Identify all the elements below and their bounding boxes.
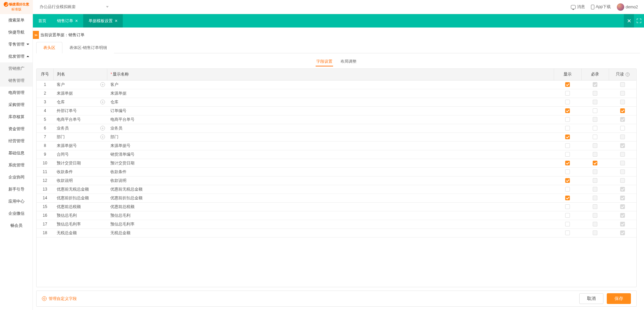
show-checkbox[interactable] bbox=[565, 126, 570, 131]
cell-display-name[interactable]: 预估总毛利 bbox=[107, 211, 554, 220]
show-checkbox[interactable] bbox=[565, 230, 570, 235]
sidebar-item[interactable]: 基础信息 bbox=[0, 147, 33, 159]
readonly-checkbox[interactable] bbox=[620, 108, 625, 113]
cell-display-name[interactable]: 来源单据 bbox=[107, 89, 554, 98]
cell-display-name[interactable]: 来源单据号 bbox=[107, 141, 554, 150]
cell-column-name: 收款条件 bbox=[53, 167, 107, 176]
close-tab-icon[interactable]: × bbox=[115, 18, 117, 23]
show-checkbox[interactable] bbox=[565, 100, 570, 104]
section-tab[interactable]: 表体区-销售订单明细 bbox=[62, 42, 114, 53]
cell-column-name: 无税总金额 bbox=[53, 228, 107, 237]
fullscreen-button[interactable] bbox=[634, 14, 644, 28]
show-checkbox[interactable] bbox=[565, 213, 570, 218]
cell-display-name[interactable]: 客户 bbox=[107, 80, 554, 89]
app-download-link[interactable]: App下载 bbox=[591, 4, 611, 10]
main-tab[interactable]: 单据模板设置× bbox=[83, 14, 123, 28]
sidebar-item[interactable]: 企业协同 bbox=[0, 171, 33, 183]
show-checkbox[interactable] bbox=[565, 187, 570, 192]
cell-display-name[interactable]: 部门 bbox=[107, 133, 554, 141]
sidebar-item[interactable]: 经营管理 bbox=[0, 135, 33, 147]
show-checkbox[interactable] bbox=[565, 222, 570, 226]
cell-display-name[interactable]: 订单编号 bbox=[107, 106, 554, 115]
sidebar-item[interactable]: 搜索菜单 bbox=[0, 14, 33, 26]
section-tab[interactable]: 表头区 bbox=[36, 42, 62, 53]
user-menu[interactable]: demo2 bbox=[617, 3, 638, 11]
required-checkbox[interactable] bbox=[593, 126, 597, 131]
show-checkbox[interactable] bbox=[565, 204, 570, 209]
collapse-notice-button[interactable]: ≫ bbox=[33, 31, 39, 39]
sub-tab[interactable]: 字段设置 bbox=[316, 57, 333, 66]
show-checkbox[interactable] bbox=[565, 152, 570, 157]
close-tab-icon[interactable]: × bbox=[75, 18, 78, 23]
sidebar-item[interactable]: 库存核算 bbox=[0, 111, 33, 123]
sidebar-item[interactable]: 应用中心 bbox=[0, 195, 33, 207]
sub-tab[interactable]: 布局调整 bbox=[340, 57, 357, 66]
cell-display-name[interactable]: 销货清单编号 bbox=[107, 150, 554, 159]
cell-display-name[interactable]: 收款条件 bbox=[107, 167, 554, 176]
show-checkbox[interactable] bbox=[565, 82, 570, 87]
readonly-checkbox[interactable] bbox=[620, 126, 625, 131]
show-checkbox[interactable] bbox=[565, 178, 570, 183]
cell-display-name[interactable]: 无税总金额 bbox=[107, 228, 554, 237]
sidebar-item[interactable]: 企业微信 bbox=[0, 207, 33, 219]
sidebar-item[interactable]: 营销推广 bbox=[0, 62, 33, 74]
main-tab[interactable]: 销售订单× bbox=[52, 14, 83, 28]
messages-link[interactable]: 消息 bbox=[571, 4, 585, 10]
show-checkbox[interactable] bbox=[565, 135, 570, 139]
cell-display-name[interactable]: 收款说明 bbox=[107, 176, 554, 185]
main-tab[interactable]: 首页 bbox=[33, 14, 52, 28]
add-field-button[interactable]: + bbox=[100, 82, 105, 87]
sidebar-item[interactable]: 资金管理 bbox=[0, 123, 33, 135]
brand-edition: 标准版 bbox=[11, 7, 21, 12]
sidebar-item[interactable]: 畅会员 bbox=[0, 219, 33, 231]
cell-display-name[interactable]: 业务员 bbox=[107, 124, 554, 133]
cell-readonly bbox=[609, 89, 636, 98]
add-field-button[interactable]: + bbox=[100, 135, 105, 139]
required-checkbox[interactable] bbox=[593, 108, 597, 113]
cell-show bbox=[554, 141, 581, 150]
show-checkbox[interactable] bbox=[565, 108, 570, 113]
sidebar-item[interactable]: 系统管理 bbox=[0, 159, 33, 171]
fields-table-scroll[interactable]: 序号 列名 *显示名称 显示 必录 只读 ? 1客户+客户2来源单据来源单据3仓… bbox=[37, 69, 636, 287]
show-checkbox[interactable] bbox=[565, 196, 570, 200]
cell-required bbox=[581, 106, 609, 115]
account-selector[interactable]: 办公品行业模拟账套 bbox=[40, 4, 109, 10]
required-checkbox[interactable] bbox=[593, 161, 597, 165]
cell-required bbox=[581, 150, 609, 159]
sidebar-item[interactable]: 采购管理 bbox=[0, 99, 33, 111]
column-name-label: 预计交货日期 bbox=[57, 161, 81, 165]
show-checkbox[interactable] bbox=[565, 117, 570, 122]
show-checkbox[interactable] bbox=[565, 161, 570, 165]
cell-display-name[interactable]: 预计交货日期 bbox=[107, 159, 554, 167]
show-checkbox[interactable] bbox=[565, 169, 570, 174]
info-icon[interactable]: ? bbox=[626, 72, 630, 76]
cell-display-name[interactable]: 优惠前总税额 bbox=[107, 202, 554, 211]
show-checkbox[interactable] bbox=[565, 143, 570, 148]
sidebar-item[interactable]: 销售管理 bbox=[0, 74, 33, 87]
required-checkbox bbox=[593, 213, 597, 218]
sidebar-item[interactable]: 批发管理 bbox=[0, 50, 33, 62]
required-checkbox bbox=[593, 196, 597, 200]
cancel-button[interactable]: 取消 bbox=[579, 293, 603, 304]
save-button[interactable]: 保存 bbox=[607, 293, 631, 304]
sidebar-item[interactable]: 电商管理 bbox=[0, 87, 33, 99]
cell-display-name[interactable]: 仓库 bbox=[107, 98, 554, 106]
cell-display-name[interactable]: 电商平台单号 bbox=[107, 115, 554, 124]
add-field-button[interactable]: + bbox=[100, 126, 105, 131]
manage-custom-fields-link[interactable]: 管理自定义字段 bbox=[42, 296, 77, 302]
show-checkbox[interactable] bbox=[565, 91, 570, 96]
cell-show bbox=[554, 80, 581, 89]
required-checkbox[interactable] bbox=[593, 135, 597, 139]
sidebar-item[interactable]: 快捷导航 bbox=[0, 26, 33, 38]
cell-seq: 11 bbox=[37, 167, 53, 176]
cell-required bbox=[581, 89, 609, 98]
fields-table-body: 1客户+客户2来源单据来源单据3仓库+仓库4外部订单号订单编号5电商平台单号电商… bbox=[37, 80, 636, 237]
cell-display-name[interactable]: 优惠前折扣总金额 bbox=[107, 194, 554, 202]
cell-display-name[interactable]: 优惠前无税总金额 bbox=[107, 185, 554, 194]
add-field-button[interactable]: + bbox=[100, 100, 105, 104]
column-name-label: 客户 bbox=[57, 82, 65, 87]
cell-display-name[interactable]: 预估总毛利率 bbox=[107, 220, 554, 228]
sidebar-item[interactable]: 零售管理 bbox=[0, 38, 33, 50]
close-all-tabs-button[interactable]: ✕ bbox=[624, 14, 634, 28]
sidebar-item[interactable]: 新手引导 bbox=[0, 183, 33, 195]
